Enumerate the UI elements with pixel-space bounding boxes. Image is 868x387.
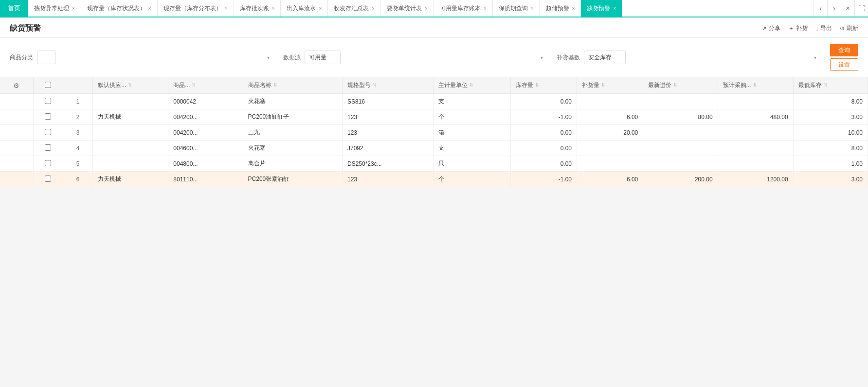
column-replenish-qty[interactable]: 补货量 ⇅ — [577, 77, 643, 94]
column-stock-label: 库存量 — [516, 81, 533, 89]
column-setting[interactable]: ⚙ — [0, 77, 33, 94]
table-row[interactable]: 1 0000042 火花塞 SS816 支 0.00 8.00 — [0, 94, 868, 109]
row-checkbox-cell[interactable] — [33, 109, 63, 125]
sort-latest-price-icon[interactable]: ⇅ — [673, 83, 677, 88]
tab-close-icon[interactable]: × — [484, 6, 487, 11]
tab-close-icon[interactable]: × — [72, 6, 75, 11]
row-unit: 只 — [434, 156, 510, 172]
datasource-select[interactable]: 可用量 库存量 — [305, 51, 341, 64]
row-min-stock: 3.00 — [793, 172, 868, 187]
tab-close-icon[interactable]: × — [572, 6, 575, 11]
row-spec: 123 — [342, 172, 433, 187]
page-title: 缺货预警 — [10, 23, 41, 34]
column-expected-purchase[interactable]: 预计采购... ⇅ — [718, 77, 793, 94]
sort-min-stock-icon[interactable]: ⇅ — [824, 83, 828, 88]
column-supplier[interactable]: 默认供应... ⇅ — [93, 77, 168, 94]
column-spec[interactable]: 规格型号 ⇅ — [342, 77, 433, 94]
export-button[interactable]: ↓ 导出 — [815, 24, 832, 33]
column-replenish-qty-label: 补货量 — [582, 81, 599, 89]
tab-fullscreen-button[interactable]: ⛶ — [854, 0, 868, 17]
row-expected-purchase: 1200.00 — [718, 172, 793, 187]
row-checkbox-cell[interactable] — [33, 172, 63, 187]
tab-close-icon[interactable]: × — [425, 6, 428, 11]
sort-unit-icon[interactable]: ⇅ — [470, 83, 473, 88]
export-label: 导出 — [820, 24, 832, 33]
tab-receive-summary[interactable]: 收发存汇总表 × — [328, 0, 381, 17]
table-row[interactable]: 3 004200... 三九 123 箱 0.00 20.00 10.00 — [0, 125, 868, 141]
replenish-button[interactable]: ＋ 补货 — [788, 24, 808, 33]
tab-close-icon[interactable]: × — [319, 6, 322, 11]
row-checkbox-cell[interactable] — [33, 156, 63, 172]
column-min-stock[interactable]: 最低库存 ⇅ — [793, 77, 868, 94]
tab-close-icon[interactable]: × — [272, 6, 275, 11]
tab-label: 要货单统计表 — [387, 4, 422, 13]
tab-batch-account[interactable]: 库存批次账 × — [234, 0, 281, 17]
refresh-button[interactable]: ↺ 刷新 — [840, 24, 858, 33]
row-checkbox[interactable] — [45, 129, 51, 135]
query-button[interactable]: 查询 — [830, 44, 858, 56]
tab-label: 收发存汇总表 — [334, 4, 369, 13]
row-latest-price: 80.00 — [643, 109, 718, 125]
tab-inventory-dist[interactable]: 现存量（库存分布表） × — [158, 0, 234, 17]
tab-defect-processing[interactable]: 拣货异常处理 × — [28, 0, 81, 17]
tab-close-icon[interactable]: × — [613, 6, 616, 11]
column-stock[interactable]: 库存量 ⇅ — [510, 77, 577, 94]
column-expected-purchase-label: 预计采购... — [723, 81, 751, 89]
row-checkbox[interactable] — [45, 98, 51, 104]
row-name: PC200张紧油缸 — [243, 172, 342, 187]
sort-name-icon[interactable]: ⇅ — [273, 83, 277, 88]
tab-close-icon[interactable]: × — [372, 6, 375, 11]
tab-inventory-status[interactable]: 现存量（库存状况表） × — [81, 0, 158, 17]
tab-inout-flow[interactable]: 出入库流水 × — [281, 0, 328, 17]
column-checkbox[interactable] — [33, 77, 63, 94]
tab-overstock-warning[interactable]: 超储预警 × — [540, 0, 581, 17]
table-row[interactable]: 4 004600... 火花塞 J7092 支 0.00 8.00 — [0, 141, 868, 156]
tab-prev-button[interactable]: ‹ — [814, 0, 827, 17]
row-unit: 个 — [434, 109, 510, 125]
row-checkbox[interactable] — [45, 113, 51, 120]
select-all-checkbox[interactable] — [45, 82, 51, 88]
page-header: 缺货预警 ↗ 分享 ＋ 补货 ↓ 导出 ↺ 刷新 — [0, 18, 868, 38]
sort-expected-purchase-icon[interactable]: ⇅ — [753, 83, 757, 88]
tab-next-button[interactable]: › — [827, 0, 841, 17]
tab-close-all-button[interactable]: × — [841, 0, 854, 17]
tab-requisition-stats[interactable]: 要货单统计表 × — [381, 0, 434, 17]
tab-label: 库存批次账 — [240, 4, 269, 13]
row-checkbox[interactable] — [45, 176, 51, 182]
tab-close-icon[interactable]: × — [148, 6, 151, 11]
column-latest-price[interactable]: 最新进价 ⇅ — [643, 77, 718, 94]
share-button[interactable]: ↗ 分享 — [762, 24, 780, 33]
sort-spec-icon[interactable]: ⇅ — [373, 83, 377, 88]
tab-close-icon[interactable]: × — [531, 6, 534, 11]
sort-stock-icon[interactable]: ⇅ — [535, 83, 539, 88]
tab-home[interactable]: 首页 — [0, 0, 28, 17]
row-checkbox[interactable] — [45, 160, 51, 166]
table-row[interactable]: 5 004800... 离合片 DS250*23c... 只 0.00 1.00 — [0, 156, 868, 172]
table-row[interactable]: 2 力天机械 004200... PC200油缸缸子 123 个 -1.00 6… — [0, 109, 868, 125]
column-code[interactable]: 商品... ⇅ — [168, 77, 243, 94]
row-min-stock: 10.00 — [793, 125, 868, 141]
row-checkbox-cell[interactable] — [33, 141, 63, 156]
settings-button[interactable]: 设置 — [830, 58, 858, 71]
column-unit[interactable]: 主计量单位 ⇅ — [434, 77, 510, 94]
datasource-label: 数据源 — [283, 53, 301, 62]
row-checkbox-cell[interactable] — [33, 125, 63, 141]
row-checkbox[interactable] — [45, 144, 51, 151]
tab-label: 保质期查询 — [499, 4, 528, 13]
sort-replenish-qty-icon[interactable]: ⇅ — [601, 83, 605, 88]
filter-replenish-base: 补货基数 安全库存 最低库存 ▾ — [557, 51, 820, 64]
tab-available-ledger[interactable]: 可用量库存账本 × — [434, 0, 493, 17]
sort-supplier-icon[interactable]: ⇅ — [128, 83, 132, 88]
column-name[interactable]: 商品名称 ⇅ — [243, 77, 342, 94]
sort-code-icon[interactable]: ⇅ — [192, 83, 196, 88]
tab-close-icon[interactable]: × — [225, 6, 228, 11]
gear-icon[interactable]: ⚙ — [13, 82, 19, 89]
tab-shortage-warning[interactable]: 缺货预警 × — [581, 0, 622, 17]
table-row[interactable]: 6 力天机械 801110... PC200张紧油缸 123 个 -1.00 6… — [0, 172, 868, 187]
row-min-stock: 1.00 — [793, 156, 868, 172]
filter-actions: 查询 设置 — [830, 44, 858, 71]
tab-expiry-query[interactable]: 保质期查询 × — [493, 0, 540, 17]
replenish-base-select[interactable]: 安全库存 最低库存 — [584, 51, 626, 64]
category-select[interactable] — [37, 51, 55, 64]
row-checkbox-cell[interactable] — [33, 94, 63, 109]
